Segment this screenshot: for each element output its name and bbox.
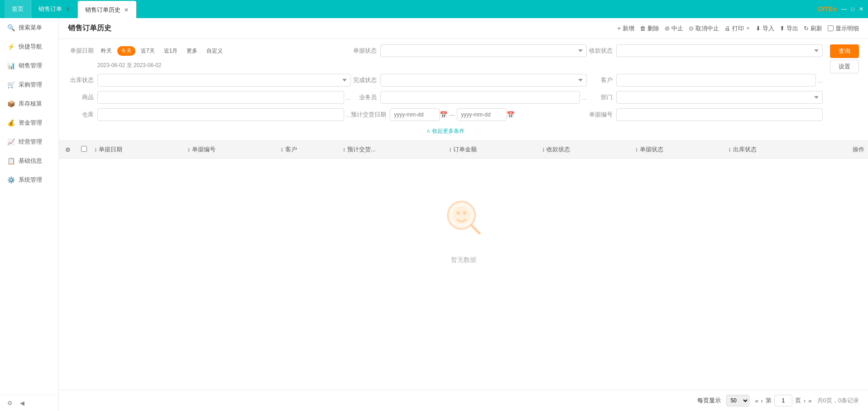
sidebar-item-quick-nav[interactable]: ⚡ 快捷导航 xyxy=(0,37,58,56)
salesperson-dots[interactable]: ... xyxy=(582,94,587,101)
complete-status-select[interactable] xyxy=(380,74,587,87)
expected-date-from[interactable] xyxy=(390,108,440,121)
dept-filter: 部门 xyxy=(587,91,823,104)
svg-point-4 xyxy=(463,211,466,215)
tab-sales-order[interactable]: 销售订单 ✕ xyxy=(31,0,78,18)
goods-dots[interactable]: ... xyxy=(346,94,351,101)
cancel-stop-label: 取消中止 xyxy=(695,24,719,33)
search-menu-icon: 🔍 xyxy=(7,24,15,31)
import-label: 导入 xyxy=(762,24,774,33)
display-toggle-checkbox[interactable] xyxy=(828,25,834,31)
gear-icon[interactable]: ⚙ xyxy=(65,146,71,153)
receipt-status-label: 收款状态 xyxy=(587,47,616,55)
bill-status-select[interactable] xyxy=(380,44,587,57)
sidebar-item-search-menu[interactable]: 🔍 搜索菜单 xyxy=(0,18,58,37)
date-btn-last1m[interactable]: 近1月 xyxy=(160,46,182,56)
salesperson-input[interactable] xyxy=(380,91,580,104)
inventory-icon: 📦 xyxy=(7,100,15,107)
receipt-status-select[interactable] xyxy=(616,44,823,57)
minimize-btn[interactable]: — xyxy=(841,6,847,12)
sidebar-collapse-icon[interactable]: ◀ xyxy=(20,400,24,406)
customer-dots[interactable]: ... xyxy=(818,77,823,84)
collapse-label: ∧ 收起更多条件 xyxy=(426,128,465,134)
refresh-button[interactable]: ↻ 刷新 xyxy=(804,24,822,33)
page-unit: 页 xyxy=(795,396,801,405)
display-toggle[interactable]: 显示明细 xyxy=(828,24,859,33)
tab-home[interactable]: 首页 xyxy=(5,0,31,18)
warehouse-input[interactable] xyxy=(97,108,344,121)
page-input[interactable] xyxy=(774,395,792,406)
calendar-to-icon[interactable]: 📅 xyxy=(507,111,514,118)
sidebar-item-finance[interactable]: 💰 资金管理 xyxy=(0,113,58,132)
select-all-checkbox[interactable] xyxy=(81,146,87,152)
sidebar-item-operations[interactable]: 📈 经营管理 xyxy=(0,132,58,151)
date-btn-last7[interactable]: 近7天 xyxy=(137,46,158,56)
collapse-bar[interactable]: ∧ 收起更多条件 xyxy=(68,126,823,135)
filter-row-2: 出库状态 完成状态 xyxy=(68,74,823,87)
outbound-status-select[interactable] xyxy=(97,74,351,87)
print-button[interactable]: 🖨 打印 ▼ xyxy=(724,24,750,33)
goods-input[interactable] xyxy=(97,91,344,104)
sidebar-item-label-quick-nav: 快捷导航 xyxy=(19,43,42,51)
query-button[interactable]: 查询 xyxy=(830,44,859,58)
set-button[interactable]: 设置 xyxy=(830,60,859,73)
prev-page-btn[interactable]: ‹ xyxy=(761,397,763,404)
sidebar-item-inventory[interactable]: 📦 库存核算 xyxy=(0,94,58,113)
date-separator: — xyxy=(447,111,457,118)
stop-icon: ⊘ xyxy=(665,25,670,32)
complete-status-label: 完成状态 xyxy=(351,76,380,84)
sidebar-item-system[interactable]: ⚙️ 系统管理 xyxy=(0,170,58,189)
import-button[interactable]: ⬇ 导入 xyxy=(756,24,774,33)
cancel-stop-icon: ⊙ xyxy=(689,25,694,32)
bill-no-input[interactable] xyxy=(616,108,823,121)
date-btn-custom[interactable]: 自定义 xyxy=(203,46,226,56)
svg-line-2 xyxy=(471,225,480,233)
date-btn-today[interactable]: 今天 xyxy=(117,46,135,56)
brand-label: OfTEn xyxy=(818,5,837,13)
sidebar-item-label-basic-info: 基础信息 xyxy=(19,157,42,165)
last-page-btn[interactable]: » xyxy=(808,397,811,404)
delete-button[interactable]: 🗑 删除 xyxy=(640,24,659,33)
print-dropdown-icon[interactable]: ▼ xyxy=(746,26,750,31)
outbound-status-filter: 出库状态 xyxy=(68,74,351,87)
dept-select[interactable] xyxy=(616,91,823,104)
empty-text: 暂无数据 xyxy=(451,256,476,264)
calendar-from-icon[interactable]: 📅 xyxy=(440,111,447,118)
new-label: 新增 xyxy=(623,24,634,33)
date-btn-yesterday[interactable]: 昨天 xyxy=(97,46,115,56)
th-bill-status-label: ↕ 单据状态 xyxy=(635,146,663,153)
tab-sales-order-close[interactable]: ✕ xyxy=(66,6,70,12)
next-page-btn[interactable]: › xyxy=(804,397,806,404)
data-table: ⚙ ↕ 单据日期 ↕ 单据编号 ↕ 客户 xyxy=(59,141,868,300)
sales-mgmt-icon: 📊 xyxy=(7,62,15,69)
new-button[interactable]: + 新增 xyxy=(618,24,635,33)
customer-input[interactable] xyxy=(616,74,816,87)
tab-sales-order-label: 销售订单 xyxy=(38,5,62,13)
sidebar-settings-icon[interactable]: ⚙ xyxy=(7,400,13,406)
cancel-stop-button[interactable]: ⊙ 取消中止 xyxy=(689,24,719,33)
refresh-label: 刷新 xyxy=(810,24,822,33)
sidebar-item-purchase-mgmt[interactable]: 🛒 采购管理 xyxy=(0,75,58,94)
expected-date-to[interactable] xyxy=(457,108,507,121)
date-btn-more[interactable]: 更多 xyxy=(183,46,201,56)
close-btn[interactable]: ✕ xyxy=(859,6,863,12)
export-button[interactable]: ⬆ 导出 xyxy=(780,24,798,33)
toolbar: + 新增 🗑 删除 ⊘ 中止 ⊙ 取消中止 🖨 打印 xyxy=(618,24,859,33)
sidebar-item-label-inventory: 库存核算 xyxy=(19,100,42,108)
maximize-btn[interactable]: □ xyxy=(851,6,854,12)
warehouse-dots[interactable]: ... xyxy=(346,111,351,118)
first-page-btn[interactable]: « xyxy=(755,397,758,404)
sidebar-item-sales-mgmt[interactable]: 📊 销售管理 xyxy=(0,56,58,75)
salesperson-filter: 业务员 ... xyxy=(351,91,587,104)
page-size-select[interactable]: 10 20 50 100 xyxy=(726,395,749,406)
table-body: 暂无数据 xyxy=(59,159,868,301)
tab-sales-order-history[interactable]: 销售订单历史 ✕ xyxy=(78,1,136,19)
export-icon: ⬆ xyxy=(780,25,785,32)
th-gear: ⚙ xyxy=(59,141,77,159)
stop-button[interactable]: ⊘ 中止 xyxy=(665,24,683,33)
dept-label: 部门 xyxy=(587,93,616,102)
tab-sales-order-history-close[interactable]: ✕ xyxy=(124,7,129,13)
sidebar-item-basic-info[interactable]: 📋 基础信息 xyxy=(0,151,58,170)
date-range-group: 昨天 今天 近7天 近1月 更多 自定义 xyxy=(97,46,351,56)
date-filter: 单据日期 昨天 今天 近7天 近1月 更多 自定义 xyxy=(68,46,351,56)
